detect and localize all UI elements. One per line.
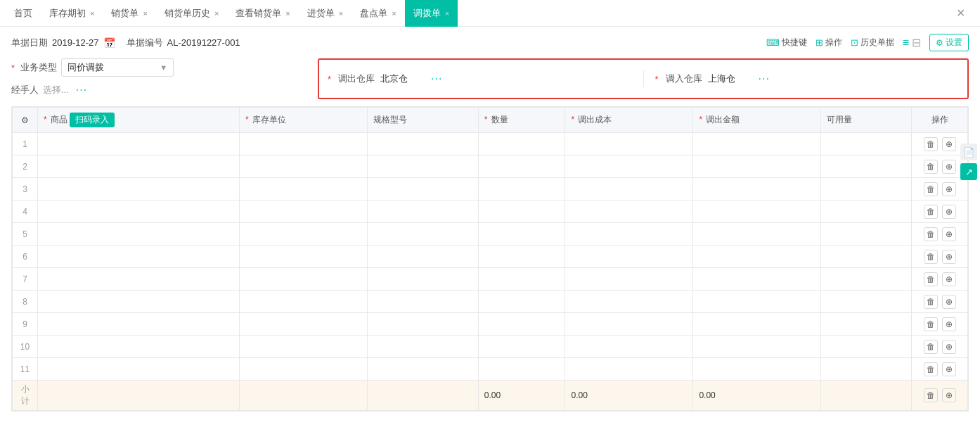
cell-unit[interactable] bbox=[240, 358, 368, 381]
cell-unit[interactable] bbox=[240, 246, 368, 268]
cell-quantity[interactable] bbox=[478, 358, 565, 381]
cell-cost[interactable] bbox=[565, 200, 693, 223]
cell-spec[interactable] bbox=[368, 200, 479, 223]
copy-row-button[interactable]: ⊕ bbox=[942, 182, 956, 196]
cell-product[interactable] bbox=[38, 336, 240, 358]
cell-unit[interactable] bbox=[240, 133, 368, 155]
cell-cost[interactable] bbox=[565, 133, 693, 155]
history-button[interactable]: ⊡ 历史单据 bbox=[851, 37, 894, 49]
delete-row-button[interactable]: 🗑 bbox=[924, 182, 938, 196]
cell-available[interactable] bbox=[821, 178, 912, 200]
delete-row-button[interactable]: 🗑 bbox=[924, 250, 938, 264]
tab-purchase-order-close[interactable]: × bbox=[339, 9, 343, 18]
handler-placeholder[interactable]: 选择... bbox=[43, 84, 69, 96]
cell-product[interactable] bbox=[38, 155, 240, 178]
cell-product[interactable] bbox=[38, 358, 240, 381]
cell-spec[interactable] bbox=[368, 336, 479, 358]
cell-quantity[interactable] bbox=[478, 291, 565, 313]
cell-quantity[interactable] bbox=[478, 313, 565, 336]
cell-product[interactable] bbox=[38, 291, 240, 313]
cell-cost[interactable] bbox=[565, 246, 693, 268]
cell-amount[interactable] bbox=[693, 223, 821, 246]
cell-spec[interactable] bbox=[368, 291, 479, 313]
cell-product[interactable] bbox=[38, 200, 240, 223]
cell-product[interactable] bbox=[38, 223, 240, 246]
cell-product[interactable] bbox=[38, 313, 240, 336]
cell-unit[interactable] bbox=[240, 178, 368, 200]
delete-row-button[interactable]: 🗑 bbox=[924, 340, 938, 354]
copy-row-button[interactable]: ⊕ bbox=[942, 295, 956, 309]
tab-inventory-check[interactable]: 盘点单 × bbox=[352, 0, 404, 27]
layout-icon-1[interactable]: ≡ bbox=[903, 37, 909, 49]
delete-row-button[interactable]: 🗑 bbox=[924, 272, 938, 286]
cell-cost[interactable] bbox=[565, 291, 693, 313]
cell-spec[interactable] bbox=[368, 246, 479, 268]
copy-row-button[interactable]: ⊕ bbox=[942, 362, 956, 376]
cell-available[interactable] bbox=[821, 246, 912, 268]
cell-quantity[interactable] bbox=[478, 336, 565, 358]
cell-amount[interactable] bbox=[693, 155, 821, 178]
tab-sales-order[interactable]: 销货单 × bbox=[103, 0, 155, 27]
tab-transfer-close[interactable]: × bbox=[445, 9, 449, 18]
delete-row-button[interactable]: 🗑 bbox=[924, 227, 938, 241]
cell-amount[interactable] bbox=[693, 200, 821, 223]
copy-row-button[interactable]: ⊕ bbox=[942, 250, 956, 264]
copy-row-button[interactable]: ⊕ bbox=[942, 227, 956, 241]
cell-cost[interactable] bbox=[565, 313, 693, 336]
settings-button[interactable]: ⚙ 设置 bbox=[929, 34, 969, 51]
scan-button[interactable]: 扫码录入 bbox=[70, 113, 115, 127]
cell-quantity[interactable] bbox=[478, 268, 565, 291]
copy-row-button[interactable]: ⊕ bbox=[942, 205, 956, 219]
copy-row-button[interactable]: ⊕ bbox=[942, 160, 956, 174]
cell-available[interactable] bbox=[821, 313, 912, 336]
shortcut-button[interactable]: ⌨ 快捷键 bbox=[766, 37, 807, 49]
cell-cost[interactable] bbox=[565, 358, 693, 381]
window-close-button[interactable]: ✕ bbox=[952, 5, 969, 22]
cell-amount[interactable] bbox=[693, 246, 821, 268]
tab-inventory-init[interactable]: 库存期初 × bbox=[41, 0, 103, 27]
delete-row-button[interactable]: 🗑 bbox=[924, 160, 938, 174]
cell-amount[interactable] bbox=[693, 358, 821, 381]
cell-available[interactable] bbox=[821, 358, 912, 381]
cell-available[interactable] bbox=[821, 223, 912, 246]
cell-product[interactable] bbox=[38, 133, 240, 155]
tab-sales-history[interactable]: 销货单历史 × bbox=[156, 0, 227, 27]
cell-quantity[interactable] bbox=[478, 246, 565, 268]
warehouse-in-more-button[interactable]: ··· bbox=[759, 72, 770, 85]
tab-purchase-order[interactable]: 进货单 × bbox=[299, 0, 352, 27]
cell-available[interactable] bbox=[821, 155, 912, 178]
delete-row-button[interactable]: 🗑 bbox=[924, 295, 938, 309]
operation-button[interactable]: ⊞ 操作 bbox=[815, 37, 842, 49]
cell-product[interactable] bbox=[38, 178, 240, 200]
cell-unit[interactable] bbox=[240, 291, 368, 313]
cell-amount[interactable] bbox=[693, 133, 821, 155]
handler-more-button[interactable]: ··· bbox=[76, 84, 87, 96]
cell-quantity[interactable] bbox=[478, 155, 565, 178]
th-gear[interactable]: ⚙ bbox=[13, 108, 38, 133]
business-type-dropdown-arrow[interactable]: ▼ bbox=[160, 63, 167, 72]
tab-sales-order-close[interactable]: × bbox=[143, 9, 147, 18]
business-type-input[interactable]: 同价调拨 ▼ bbox=[61, 58, 174, 77]
delete-row-button[interactable]: 🗑 bbox=[924, 137, 938, 151]
cell-unit[interactable] bbox=[240, 313, 368, 336]
cell-available[interactable] bbox=[821, 291, 912, 313]
cell-product[interactable] bbox=[38, 268, 240, 291]
subtotal-delete-button[interactable]: 🗑 bbox=[924, 388, 938, 402]
cell-unit[interactable] bbox=[240, 268, 368, 291]
tab-transfer[interactable]: 调拨单 × bbox=[405, 0, 458, 27]
tab-inventory-check-close[interactable]: × bbox=[392, 9, 396, 18]
cell-amount[interactable] bbox=[693, 178, 821, 200]
panel-document-icon[interactable]: 📄 bbox=[960, 144, 977, 160]
cell-available[interactable] bbox=[821, 200, 912, 223]
cell-quantity[interactable] bbox=[478, 223, 565, 246]
cell-available[interactable] bbox=[821, 336, 912, 358]
cell-spec[interactable] bbox=[368, 313, 479, 336]
cell-unit[interactable] bbox=[240, 223, 368, 246]
tab-home[interactable]: 首页 bbox=[6, 0, 41, 27]
delete-row-button[interactable]: 🗑 bbox=[924, 317, 938, 331]
panel-export-icon[interactable]: ↗ bbox=[960, 163, 977, 180]
gear-icon[interactable]: ⚙ bbox=[21, 115, 29, 125]
cell-spec[interactable] bbox=[368, 268, 479, 291]
cell-cost[interactable] bbox=[565, 268, 693, 291]
delete-row-button[interactable]: 🗑 bbox=[924, 362, 938, 376]
